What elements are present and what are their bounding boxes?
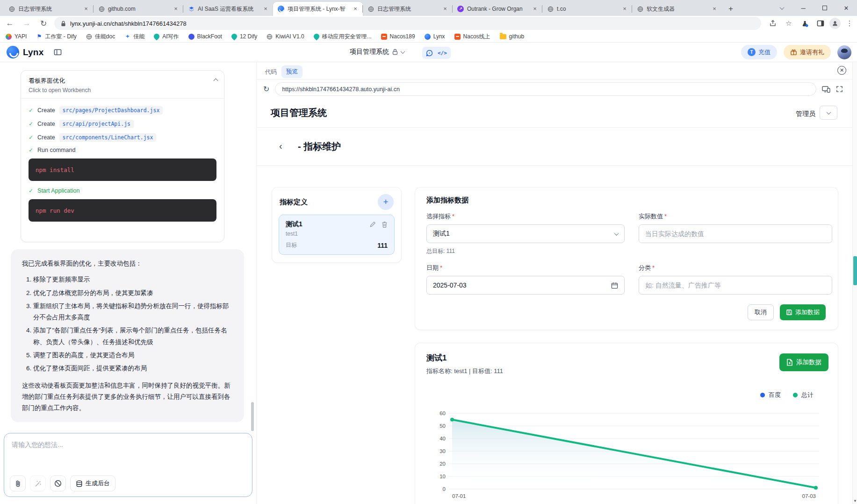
- add-data-button[interactable]: 添加数据: [779, 353, 828, 371]
- bookmark-item[interactable]: 12 Dify: [231, 33, 257, 40]
- tab-preview[interactable]: 预览: [281, 65, 302, 78]
- tab-close-icon[interactable]: ×: [441, 5, 449, 13]
- browser-tab[interactable]: 日志管理系统 ×: [4, 2, 94, 16]
- preview-close-icon[interactable]: ✕: [837, 66, 846, 75]
- attach-button[interactable]: [10, 475, 26, 491]
- date-input[interactable]: 2025-07-03: [426, 276, 625, 295]
- metric-select[interactable]: 测试1: [426, 224, 625, 243]
- refresh-button[interactable]: ↻: [36, 17, 50, 30]
- bookmark-item[interactable]: Nacos189: [381, 33, 415, 40]
- bookmark-item[interactable]: ⚑工作室 - Dify: [36, 33, 76, 41]
- window-minimize-button[interactable]: ─: [792, 0, 814, 16]
- back-button[interactable]: ←: [3, 17, 17, 30]
- workbench-card[interactable]: 看板界面优化 Click to open Workbench ✓ Create …: [21, 70, 224, 242]
- browser-window: 日志管理系统 × github.com × AI SaaS 运营看板系统 × 项…: [0, 0, 857, 504]
- flag-favicon: ⚑: [36, 34, 42, 40]
- tab-close-icon[interactable]: ×: [531, 5, 539, 13]
- new-tab-button[interactable]: +: [725, 3, 737, 15]
- side-panel-icon[interactable]: [814, 17, 828, 30]
- invite-button[interactable]: 邀请有礼: [784, 45, 831, 59]
- window-close-button[interactable]: ✕: [835, 0, 857, 16]
- file-chip[interactable]: src/api/projectApi.js: [59, 120, 134, 128]
- legend-item[interactable]: 百度: [760, 391, 781, 399]
- tab-close-icon[interactable]: ×: [262, 5, 269, 13]
- file-chip[interactable]: src/pages/ProjectDashboard.jsx: [59, 106, 163, 115]
- browser-tab[interactable]: github.com ×: [94, 2, 183, 16]
- browser-tab-active[interactable]: 项目管理系统 - Lynx-智 ×: [273, 2, 363, 16]
- scroll-down-arrow-icon[interactable]: ▼: [853, 499, 857, 503]
- user-avatar[interactable]: [837, 45, 851, 59]
- chat-bubble-icon[interactable]: [426, 50, 433, 57]
- chat-input[interactable]: [12, 441, 245, 448]
- generate-backend-button[interactable]: 生成后台: [70, 475, 115, 491]
- chat-scrollbar-thumb[interactable]: [251, 402, 254, 431]
- device-preview-icon[interactable]: [822, 86, 830, 93]
- workbench-header[interactable]: 看板界面优化 Click to open Workbench: [21, 71, 224, 99]
- enhance-button[interactable]: [30, 475, 46, 491]
- share-icon[interactable]: [766, 17, 780, 30]
- preview-refresh-icon[interactable]: ↻: [263, 85, 269, 94]
- layers-favicon: [188, 6, 194, 12]
- back-chevron-icon[interactable]: ‹: [279, 141, 282, 151]
- bookmark-item[interactable]: KiwiAI V1.0: [266, 33, 304, 40]
- bookmark-item[interactable]: 移动应用安全管理...: [314, 33, 372, 41]
- window-maximize-button[interactable]: [814, 0, 835, 16]
- svg-text:60: 60: [439, 410, 446, 416]
- bookmark-item[interactable]: Nacos线上: [454, 33, 490, 41]
- fullscreen-icon[interactable]: [836, 86, 843, 93]
- tab-close-icon[interactable]: ×: [621, 5, 628, 13]
- bookmark-star-icon[interactable]: ☆: [782, 17, 796, 30]
- stop-button[interactable]: [50, 475, 66, 491]
- submit-data-button[interactable]: 添加数据: [780, 304, 826, 320]
- bookmark-item[interactable]: BlackFoot: [188, 33, 222, 40]
- sidebar-toggle-icon[interactable]: [54, 49, 62, 56]
- address-bar[interactable]: lynx.yunji-ai.cn/chat/shkbln174766143427…: [54, 17, 761, 30]
- cancel-button[interactable]: 取消: [748, 304, 774, 320]
- tab-search-icon[interactable]: [771, 0, 792, 16]
- delete-trash-icon[interactable]: [382, 221, 388, 228]
- extension-icon[interactable]: [798, 17, 812, 30]
- preview-url-bar[interactable]: https://shkbln1747661434278.auto.yunji-a…: [275, 82, 816, 96]
- forward-button[interactable]: →: [20, 17, 34, 30]
- tab-close-icon[interactable]: ×: [352, 5, 359, 13]
- metric-item[interactable]: 测试1 test1 目标 111: [279, 215, 395, 255]
- category-input[interactable]: [645, 281, 826, 289]
- browser-tab[interactable]: t.co ×: [542, 2, 632, 16]
- metric-select-label: 选择指标*: [426, 212, 625, 221]
- legend-item[interactable]: 总计: [793, 391, 814, 399]
- recharge-button[interactable]: T 充值: [741, 45, 777, 59]
- check-icon: ✓: [29, 121, 33, 127]
- bookmark-item[interactable]: 佳能doc: [86, 33, 115, 41]
- section-title: - 指标维护: [298, 140, 341, 153]
- star-favicon: ✦: [124, 34, 130, 40]
- browser-tab[interactable]: 软文生成器 ×: [632, 2, 722, 16]
- actual-value-input[interactable]: [645, 230, 826, 238]
- tab-close-icon[interactable]: ×: [711, 5, 718, 13]
- bookmark-item[interactable]: AI写作: [154, 33, 179, 41]
- window-scrollbar[interactable]: ▼: [852, 62, 857, 504]
- menu-dots-icon[interactable]: ⋮: [843, 17, 857, 30]
- tab-close-icon[interactable]: ×: [82, 5, 90, 13]
- tab-code[interactable]: 代码: [265, 68, 277, 76]
- bookmark-item[interactable]: ✦佳能: [124, 33, 144, 41]
- bookmark-item[interactable]: YAPI: [6, 33, 27, 40]
- project-title-dropdown[interactable]: 项目管理系统: [350, 48, 404, 56]
- browser-tab[interactable]: AI SaaS 运营看板系统 ×: [183, 2, 273, 16]
- file-chip[interactable]: src/components/LineChart.jsx: [59, 133, 157, 142]
- metric-name: 测试1: [286, 220, 364, 229]
- browser-tab[interactable]: ↗ Outrank - Grow Organ ×: [453, 2, 542, 16]
- role-dropdown[interactable]: [820, 106, 837, 120]
- metric-definitions-card: 指标定义 + 测试1 test1 目标 111: [272, 187, 402, 263]
- bookmark-item[interactable]: Lynx: [425, 33, 445, 40]
- tab-close-icon[interactable]: ×: [172, 5, 180, 13]
- project-title: 项目管理系统: [350, 48, 389, 56]
- brand[interactable]: Lynx: [7, 46, 62, 58]
- browser-tab[interactable]: 日志管理系统 ×: [363, 2, 453, 16]
- edit-pencil-icon[interactable]: [369, 221, 376, 228]
- profile-avatar[interactable]: [829, 18, 841, 29]
- change-item: 重新组织了主体布局，将关键指标和趋势分析放在同一行，使得指标部分不会占用太多高度: [33, 301, 233, 324]
- scrollbar-thumb[interactable]: [853, 256, 857, 285]
- code-icon[interactable]: </>: [438, 50, 447, 56]
- bookmark-item[interactable]: github: [500, 33, 525, 40]
- add-metric-button[interactable]: +: [378, 194, 394, 210]
